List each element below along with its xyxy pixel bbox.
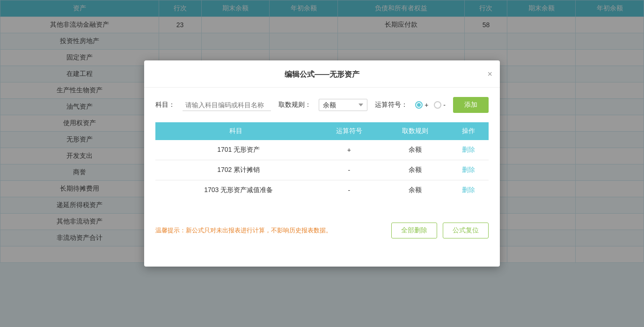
delete-row-button[interactable]: 删除 xyxy=(462,186,475,194)
modal-close-button[interactable]: × xyxy=(487,70,492,78)
table-header-row: 科目 运算符号 取数规则 操作 xyxy=(155,122,489,140)
operator-label: 运算符号： xyxy=(375,101,408,109)
rule-label: 取数规则： xyxy=(278,101,311,109)
formula-row: 1703 无形资产减值准备-余额删除 xyxy=(155,180,489,201)
subject-input[interactable] xyxy=(183,99,271,111)
radio-plus[interactable]: + xyxy=(415,101,428,109)
rule-select-wrapper: 余额借方发生额贷方发生额 xyxy=(319,99,367,111)
subject-label: 科目： xyxy=(155,101,175,109)
reset-button[interactable]: 公式复位 xyxy=(443,223,489,238)
delete-all-button[interactable]: 全部删除 xyxy=(391,223,437,238)
modal: 编辑公式——无形资产 × 科目： 取数规则： 余额借方发生额贷方发生额 运算符号… xyxy=(144,60,500,267)
delete-row-button[interactable]: 删除 xyxy=(462,146,475,154)
modal-title: 编辑公式——无形资产 xyxy=(285,70,359,78)
add-button[interactable]: 添加 xyxy=(453,97,489,113)
radio-minus-circle xyxy=(434,101,441,109)
radio-plus-label: + xyxy=(424,101,428,109)
formula-table: 科目 运算符号 取数规则 操作 1701 无形资产+余额删除1702 累计摊销-… xyxy=(155,122,489,200)
operator-radio-group: + - xyxy=(415,101,446,109)
footer-buttons: 全部删除 公式复位 xyxy=(391,223,489,238)
th-operator: 运算符号 xyxy=(316,122,382,140)
formula-row: 1701 无形资产+余额删除 xyxy=(155,140,489,160)
hint-text: 温馨提示：新公式只对未出报表进行计算，不影响历史报表数据。 xyxy=(155,226,332,235)
form-row: 科目： 取数规则： 余额借方发生额贷方发生额 运算符号： + - xyxy=(155,97,489,113)
th-subject: 科目 xyxy=(155,122,316,140)
radio-plus-circle xyxy=(415,101,423,109)
th-rule: 取数规则 xyxy=(382,122,448,140)
formula-row: 1702 累计摊销-余额删除 xyxy=(155,160,489,180)
modal-footer: 温馨提示：新公式只对未出报表进行计算，不影响历史报表数据。 全部删除 公式复位 xyxy=(144,217,500,248)
th-action: 操作 xyxy=(448,122,489,140)
modal-overlay: 编辑公式——无形资产 × 科目： 取数规则： 余额借方发生额贷方发生额 运算符号… xyxy=(0,0,644,327)
rule-select[interactable]: 余额借方发生额贷方发生额 xyxy=(319,99,367,111)
radio-minus[interactable]: - xyxy=(434,101,446,109)
delete-row-button[interactable]: 删除 xyxy=(462,166,475,174)
modal-header: 编辑公式——无形资产 × xyxy=(144,60,500,88)
radio-minus-label: - xyxy=(443,101,446,109)
modal-body: 科目： 取数规则： 余额借方发生额贷方发生额 运算符号： + - xyxy=(144,88,500,217)
